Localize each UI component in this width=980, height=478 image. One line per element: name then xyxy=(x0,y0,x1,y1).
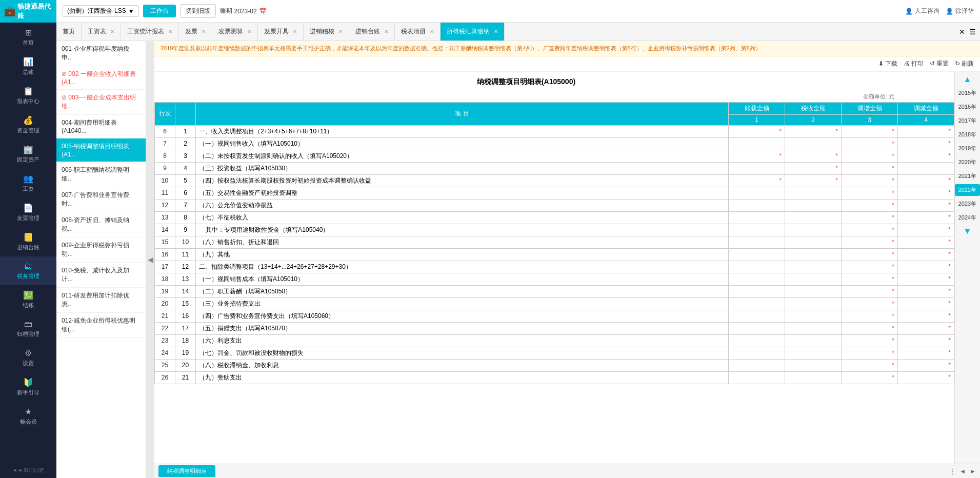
left-panel-item-010[interactable]: 010-免税、减计收入及加计... xyxy=(56,263,146,288)
cell-c1[interactable] xyxy=(729,137,785,150)
left-panel-item-012[interactable]: 012-减免企业所得税优惠明细(... xyxy=(56,313,146,338)
cell-c4[interactable]: * xyxy=(898,310,954,322)
cell-c3[interactable]: * xyxy=(842,199,898,211)
left-panel-item-011[interactable]: 011-研发费用加计扣除优惠... xyxy=(56,288,146,313)
cell-c3[interactable]: * xyxy=(842,359,898,371)
cell-c3[interactable]: * xyxy=(842,334,898,347)
cell-c2[interactable] xyxy=(785,248,842,261)
scroll-left-icon[interactable]: ◄ xyxy=(959,468,966,475)
cell-c2[interactable] xyxy=(785,371,842,384)
cell-c2[interactable] xyxy=(785,334,842,347)
sidebar-item-home[interactable]: ⊞ 首页 xyxy=(0,23,56,52)
cell-c1[interactable] xyxy=(729,310,785,322)
cell-c3[interactable]: * xyxy=(842,297,898,310)
cell-c2[interactable] xyxy=(785,199,842,211)
cell-c1[interactable] xyxy=(729,224,785,236)
year-item-2017[interactable]: 2017年 xyxy=(955,115,980,127)
cell-c4[interactable]: * xyxy=(898,359,954,371)
left-panel-item-008[interactable]: 008-资产折旧、摊销及纳税... xyxy=(56,212,146,237)
close-icon[interactable]: ✕ xyxy=(202,29,206,34)
cell-c3[interactable]: * xyxy=(842,322,898,334)
tab-home[interactable]: 首页 xyxy=(56,23,82,41)
left-panel-item-007[interactable]: 007-广告费和业务宣传费时... xyxy=(56,187,146,212)
cell-c2[interactable] xyxy=(785,224,842,236)
sidebar-item-tax-mgmt[interactable]: 🗂 税务管理 xyxy=(0,256,56,285)
tab-invoice-issue[interactable]: 发票开具✕ xyxy=(258,23,304,41)
cell-c4[interactable]: * xyxy=(898,347,954,359)
close-icon[interactable]: ✕ xyxy=(247,29,251,34)
sidebar-item-archive[interactable]: 🗃 归档管理 xyxy=(0,314,56,343)
unpin-button[interactable]: ◄◄ 取消固定 xyxy=(0,463,56,478)
cell-c2[interactable] xyxy=(785,359,842,371)
cell-c1[interactable] xyxy=(729,199,785,211)
tab-purchase-ledger[interactable]: 进销台账✕ xyxy=(349,23,395,41)
cell-c3[interactable]: * xyxy=(842,273,898,285)
cell-c1[interactable] xyxy=(729,322,785,334)
cell-c4[interactable]: * xyxy=(898,334,954,347)
left-panel-item-001[interactable]: 001-企业所得税年度纳税申... xyxy=(56,41,146,66)
cell-c2[interactable] xyxy=(785,297,842,310)
user-avatar-area[interactable]: 👤 徐泽华 xyxy=(946,7,974,15)
sidebar-item-guide[interactable]: 🔰 新手引导 xyxy=(0,372,56,402)
cell-c4[interactable]: * xyxy=(898,285,954,297)
tab-payroll-report[interactable]: 工资统计报表✕ xyxy=(121,23,179,41)
cell-c2[interactable] xyxy=(785,211,842,224)
year-item-2023[interactable]: 2023年 xyxy=(955,198,980,210)
sidebar-item-member[interactable]: ★ 畅会员 xyxy=(0,402,56,431)
cell-c1[interactable] xyxy=(729,162,785,174)
cell-c1[interactable]: * xyxy=(729,125,785,137)
sidebar-item-invoice-mgmt[interactable]: 📄 发票管理 xyxy=(0,198,56,227)
sidebar-item-general-ledger[interactable]: 📊 总账 xyxy=(0,52,56,81)
cell-c4[interactable]: * xyxy=(898,125,954,137)
cell-c3[interactable]: * xyxy=(842,261,898,273)
left-panel-item-004[interactable]: 004-期间费用明细表(A1040... xyxy=(56,115,146,138)
year-nav-down-button[interactable]: ▼ xyxy=(963,226,973,237)
tab-income-tax[interactable]: 所得税汇算缴纳✕ xyxy=(441,23,505,41)
workbench-button[interactable]: 工作台 xyxy=(143,5,176,17)
cell-c1[interactable] xyxy=(729,236,785,248)
cell-c2[interactable]: * xyxy=(785,150,842,162)
cell-c4[interactable]: * xyxy=(898,174,954,187)
year-item-2021[interactable]: 2021年 xyxy=(955,170,980,182)
cell-c1[interactable] xyxy=(729,347,785,359)
sidebar-item-close-accounts[interactable]: 💹 结账 xyxy=(0,285,56,314)
refresh-button[interactable]: ↻ 刷新 xyxy=(955,59,974,68)
cell-c1[interactable] xyxy=(729,297,785,310)
cell-c3[interactable]: * xyxy=(842,236,898,248)
cell-c2[interactable]: * xyxy=(785,125,842,137)
cell-c2[interactable] xyxy=(785,261,842,273)
scroll-right-icon[interactable]: ► xyxy=(970,468,976,475)
cell-c3[interactable]: * xyxy=(842,150,898,162)
sidebar-item-purchase-sales[interactable]: 📒 进销台账 xyxy=(0,227,56,256)
cell-c2[interactable] xyxy=(785,310,842,322)
cell-c4[interactable]: * xyxy=(898,150,954,162)
print-button[interactable]: 🖨 打印 xyxy=(904,59,924,68)
user-service[interactable]: 👤 人工咨询 xyxy=(905,7,939,15)
cell-c1[interactable] xyxy=(729,334,785,347)
year-item-2016[interactable]: 2016年 xyxy=(955,101,980,113)
close-icon[interactable]: ✕ xyxy=(430,29,434,34)
cell-c4[interactable]: * xyxy=(898,236,954,248)
cell-c4[interactable]: * xyxy=(898,248,954,261)
cell-c2[interactable] xyxy=(785,273,842,285)
cell-c4[interactable]: * xyxy=(898,297,954,310)
sidebar-item-settings[interactable]: ⚙ 设置 xyxy=(0,343,56,372)
cell-c4[interactable]: * xyxy=(898,273,954,285)
cell-c1[interactable] xyxy=(729,285,785,297)
left-panel-item-003[interactable]: ⊘ 003-一般企业成本支出明细... xyxy=(56,90,146,115)
year-item-2022[interactable]: 2022年 xyxy=(955,184,980,196)
year-item-2019[interactable]: 2019年 xyxy=(955,143,980,154)
cell-c1[interactable] xyxy=(729,359,785,371)
tab-invoice[interactable]: 发票✕ xyxy=(179,23,212,41)
left-panel-item-009[interactable]: 009-企业所得税弥补亏损明... xyxy=(56,237,146,263)
cell-c2[interactable]: * xyxy=(785,174,842,187)
cell-c3[interactable]: * xyxy=(842,310,898,322)
year-item-2020[interactable]: 2020年 xyxy=(955,156,980,168)
cell-c2[interactable] xyxy=(785,322,842,334)
cell-c3[interactable]: * xyxy=(842,187,898,199)
tab-purchase-check[interactable]: 进销稽核✕ xyxy=(304,23,349,41)
close-all-icon[interactable]: ✕ xyxy=(959,28,965,36)
year-item-2018[interactable]: 2018年 xyxy=(955,129,980,141)
cell-c3[interactable]: * xyxy=(842,137,898,150)
download-button[interactable]: ⬇ 下载 xyxy=(878,59,897,68)
